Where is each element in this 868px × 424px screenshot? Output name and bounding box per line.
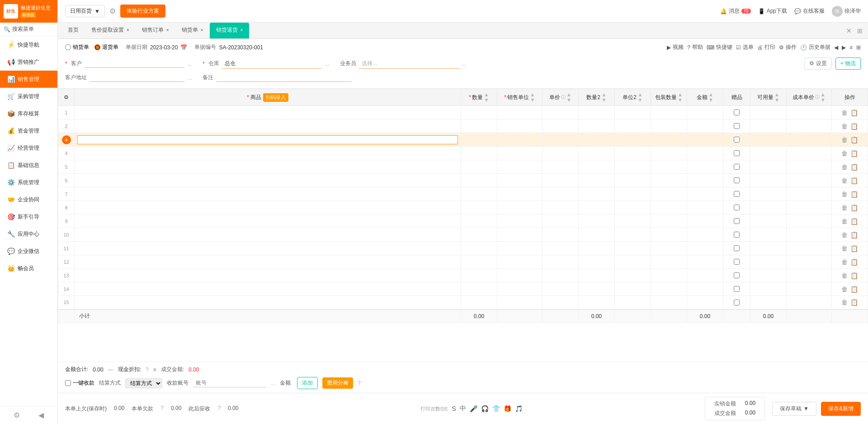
sidebar-item-finance[interactable]: 💰 资金管理 xyxy=(0,122,57,139)
delete-icon[interactable]: 🗑 xyxy=(841,299,848,306)
sidebar-item-marketing[interactable]: 📢 营销推广 xyxy=(0,53,57,71)
sidebar-item-appcenter[interactable]: 🔧 应用中心 xyxy=(0,225,57,243)
tab-home[interactable]: 首页 xyxy=(61,23,85,38)
gift-checkbox[interactable] xyxy=(734,150,740,156)
copy-icon[interactable]: 📋 xyxy=(850,123,858,130)
address-dots[interactable]: ... xyxy=(187,75,192,81)
toolbar-list-view[interactable]: ≡ xyxy=(849,44,853,51)
notification-bell[interactable]: 🔔 消息 70 xyxy=(720,7,751,15)
calendar-icon[interactable]: 📅 xyxy=(180,44,187,51)
input-method-icon[interactable]: S xyxy=(452,405,456,412)
row-unit2[interactable] xyxy=(615,106,651,119)
gift-icon[interactable]: 🎁 xyxy=(504,405,511,412)
tab-sale-return[interactable]: 销货退货 × xyxy=(210,23,250,38)
delete-icon[interactable]: 🗑 xyxy=(841,218,848,225)
copy-icon[interactable]: 📋 xyxy=(850,150,858,157)
app-download-link[interactable]: 📱 App下载 xyxy=(758,7,787,15)
copy-icon[interactable]: 📋 xyxy=(850,272,858,279)
tab-sale-order[interactable]: 销售订单 × xyxy=(136,23,175,38)
copy-icon[interactable]: 📋 xyxy=(850,258,858,266)
col-settings[interactable]: ⚙ xyxy=(58,89,75,106)
footer-dots[interactable]: ... xyxy=(271,380,275,386)
sale-radio-input[interactable] xyxy=(65,44,71,50)
toolbar-history[interactable]: 🕐 历史单据 xyxy=(800,43,830,51)
gift-checkbox[interactable] xyxy=(734,232,740,238)
copy-icon[interactable]: 📋 xyxy=(850,245,858,252)
add-row-button[interactable]: + xyxy=(62,135,71,144)
copy-icon[interactable]: 📋 xyxy=(850,191,858,198)
save-new-button[interactable]: 保存&新增 xyxy=(821,402,861,416)
music-icon[interactable]: 🎵 xyxy=(515,405,523,412)
delete-icon[interactable]: 🗑 xyxy=(841,150,848,157)
copy-icon[interactable]: 📋 xyxy=(850,231,858,238)
sidebar-item-inventory[interactable]: 📦 库存核算 xyxy=(0,105,57,122)
gift-checkbox[interactable] xyxy=(734,137,740,143)
customer-input[interactable] xyxy=(85,59,184,68)
sale-radio[interactable]: 销货单 xyxy=(65,43,89,51)
scan-button[interactable]: 扫码录入 xyxy=(263,93,288,102)
toolbar-grid-view[interactable]: ⊞ xyxy=(856,44,861,51)
sidebar-item-search[interactable]: 🔍 搜索菜单 xyxy=(0,23,57,36)
delete-icon[interactable]: 🗑 xyxy=(841,258,848,266)
collapse-icon[interactable]: ◀ xyxy=(38,411,44,419)
gift-checkbox[interactable] xyxy=(734,245,740,251)
customer-dots[interactable]: ... xyxy=(187,61,192,67)
warehouse-dots[interactable]: ... xyxy=(325,61,329,67)
row-pack-qty[interactable] xyxy=(651,106,687,119)
online-service-link[interactable]: 💬 在线客服 xyxy=(794,7,825,15)
payable-help[interactable]: ? xyxy=(217,405,221,413)
account-input[interactable] xyxy=(193,379,266,387)
topbar-gear-icon[interactable]: ⚙ xyxy=(109,7,116,15)
copy-icon[interactable]: 📋 xyxy=(850,218,858,225)
add-payment-button[interactable]: 添加 xyxy=(297,377,318,389)
delete-icon[interactable]: 🗑 xyxy=(841,204,848,211)
user-menu[interactable]: 徐 徐泽华 xyxy=(832,6,861,17)
gift-checkbox[interactable] xyxy=(734,259,740,265)
one-key-payment-input[interactable] xyxy=(65,380,71,386)
industry-select[interactable]: 日用百货 ▼ xyxy=(65,5,105,17)
gift-checkbox[interactable] xyxy=(734,123,740,129)
product-input-active[interactable] xyxy=(77,135,458,144)
salesperson-dots[interactable]: ... xyxy=(462,61,467,67)
delete-icon[interactable]: 🗑 xyxy=(841,109,848,116)
toolbar-prev[interactable]: ◀ xyxy=(834,44,838,51)
tab-sale-price-close[interactable]: × xyxy=(127,28,129,33)
delete-icon[interactable]: 🗑 xyxy=(841,272,848,279)
row-amount[interactable] xyxy=(687,106,723,119)
add-delivery-button[interactable]: + 物流 xyxy=(835,57,861,70)
headset-icon[interactable]: 🎧 xyxy=(481,405,489,412)
delete-icon[interactable]: 🗑 xyxy=(841,245,848,252)
gift-checkbox[interactable] xyxy=(734,177,740,183)
gift-checkbox[interactable] xyxy=(734,272,740,278)
copy-icon[interactable]: 📋 xyxy=(850,177,858,184)
gift-checkbox[interactable] xyxy=(734,286,740,292)
row-gift[interactable] xyxy=(723,106,750,119)
copy-icon[interactable]: 📋 xyxy=(850,204,858,211)
settings-bottom-icon[interactable]: ⚙ xyxy=(14,411,20,419)
gift-checkbox[interactable] xyxy=(734,164,740,170)
delete-icon[interactable]: 🗑 xyxy=(841,123,848,130)
gift-checkbox[interactable] xyxy=(734,205,740,210)
expense-help-icon[interactable]: ? xyxy=(358,380,361,386)
toolbar-shortcut[interactable]: ⌨ 快捷键 xyxy=(707,43,732,51)
sidebar-item-operation[interactable]: 📈 经营管理 xyxy=(0,139,57,157)
gift-checkbox[interactable] xyxy=(734,300,740,305)
toolbar-next[interactable]: ▶ xyxy=(842,44,846,51)
delete-icon[interactable]: 🗑 xyxy=(841,231,848,238)
sidebar-item-system[interactable]: ⚙️ 系统管理 xyxy=(0,174,57,191)
toolbar-print[interactable]: 🖨 打印 xyxy=(757,43,775,51)
remark-input[interactable] xyxy=(216,73,352,82)
gift-checkbox[interactable] xyxy=(734,110,740,115)
tshirt-icon[interactable]: 👕 xyxy=(492,405,500,412)
row-qty2[interactable] xyxy=(579,106,615,119)
toolbar-select[interactable]: ☑ 选单 xyxy=(736,43,754,51)
mic-icon[interactable]: 🎤 xyxy=(470,405,477,412)
save-draft-button[interactable]: 保存草稿 ▼ xyxy=(772,402,816,416)
delete-icon[interactable]: 🗑 xyxy=(841,286,848,293)
row-unit-price[interactable] xyxy=(542,106,579,119)
row-qty[interactable] xyxy=(461,106,497,119)
expense-button[interactable]: 费用分摊 xyxy=(322,377,353,389)
calc-method-select[interactable]: 结算方式 xyxy=(125,378,162,388)
toolbar-video[interactable]: ▶ 视频 xyxy=(667,43,684,51)
delete-icon[interactable]: 🗑 xyxy=(841,163,848,171)
